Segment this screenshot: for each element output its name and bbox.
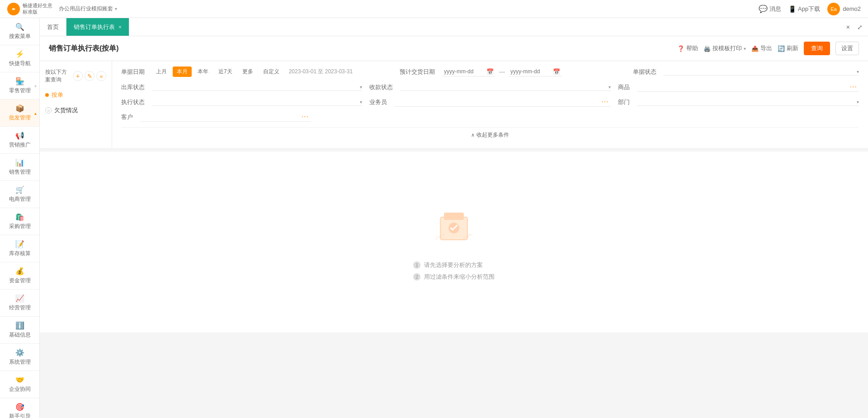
user-menu[interactable]: Ea demo2	[827, 3, 861, 15]
edit-icon: ✎	[87, 73, 92, 80]
filter-panel: 按以下方案查询 + ✎ «	[40, 61, 868, 148]
sidebar-label-ecommerce: 电商管理	[9, 195, 31, 203]
help-button[interactable]: ❓ 帮助	[677, 44, 698, 52]
salesperson-field: 业务员 ···	[369, 97, 610, 107]
empty-tips: 1 请先选择要分析的方案 2 用过滤条件来缩小分析范围	[413, 261, 495, 281]
tab-close-icon[interactable]: ×	[118, 24, 122, 30]
dropdown-arrow-icon: ▾	[115, 6, 117, 11]
tab-expand-button[interactable]: ⤢	[855, 22, 864, 33]
export-button[interactable]: 📤 导出	[751, 44, 772, 52]
tab-home[interactable]: 首页	[40, 18, 66, 36]
tab-sales-order[interactable]: 销售订单执行表 ×	[66, 18, 129, 36]
sidebar-item-ecommerce[interactable]: 🛒 电商管理	[0, 181, 39, 208]
salesperson-input[interactable]	[396, 99, 599, 105]
date-field-label: 单据日期	[121, 68, 145, 76]
header-right: 💬 消息 📱 App下载 Ea demo2	[759, 3, 861, 15]
corp-icon: 🤝	[15, 375, 24, 384]
goods-more-button[interactable]: ···	[850, 83, 857, 90]
sidebar-item-quicknav[interactable]: ⚡ 快捷导航	[0, 45, 39, 72]
refresh-button[interactable]: 🔄 刷新	[778, 44, 798, 52]
sidebar-label-inventory: 库存核算	[9, 250, 31, 257]
empty-illustration	[427, 204, 481, 250]
scheme-item-order[interactable]: 按单	[40, 87, 112, 103]
print-dropdown-icon: ▾	[744, 46, 746, 51]
date-btn-more[interactable]: 更多	[238, 66, 257, 77]
date-btn-custom[interactable]: 自定义	[259, 66, 283, 77]
sidebar-item-guide[interactable]: 🎯 新手引导	[0, 398, 39, 418]
basicinfo-icon: ℹ️	[15, 321, 24, 330]
calendar-start-icon[interactable]: 📅	[486, 68, 494, 75]
status-field-label: 单据状态	[633, 68, 656, 76]
sidebar-label-marketing: 营销推广	[9, 141, 31, 149]
sidebar-item-corp[interactable]: 🤝 企业协同	[0, 371, 39, 398]
date-end-input[interactable]	[510, 68, 551, 75]
sidebar-item-retail[interactable]: 🏪 零售管理 ▾	[0, 72, 39, 100]
date-btn-7days[interactable]: 近7天	[214, 66, 236, 77]
section-divider	[40, 148, 868, 152]
sidebar-label-guide: 新手引导	[9, 413, 31, 418]
sidebar-item-wholesale[interactable]: 📦 批发管理 ▴	[0, 100, 39, 127]
collapse-bar[interactable]: ∧ 收起更多条件	[121, 127, 859, 142]
sidebar-item-operations[interactable]: 📈 经营管理	[0, 290, 39, 317]
tab-bar: 首页 销售订单执行表 × × ⤢	[40, 18, 868, 36]
messages-button[interactable]: 💬 消息	[759, 5, 781, 13]
sidebar-item-search[interactable]: 🔍 搜索菜单	[0, 18, 39, 45]
inventory-icon: 📝	[15, 240, 24, 248]
search-menu-icon: 🔍	[15, 23, 24, 31]
print-button[interactable]: 🖨️ 按模板打印 ▾	[703, 44, 746, 52]
empty-tip-1: 1 请先选择要分析的方案	[413, 261, 495, 269]
sidebar-item-basicinfo[interactable]: ℹ️ 基础信息	[0, 317, 39, 344]
date-btn-thisyear[interactable]: 本年	[193, 66, 212, 77]
expected-date-label: 预计交货日期	[400, 68, 435, 76]
sidebar-item-sysmanage[interactable]: ⚙️ 系统管理	[0, 344, 39, 371]
sidebar-item-sales[interactable]: 📊 销售管理	[0, 154, 39, 181]
ship-status-select[interactable]: ▾	[152, 84, 362, 91]
collapse-sidebar-button[interactable]: «	[96, 71, 106, 81]
department-select[interactable]: ▾	[637, 99, 859, 106]
industry-selector[interactable]: 办公用品行业模拟账套 ▾	[56, 4, 120, 14]
calendar-end-icon[interactable]: 📅	[553, 68, 560, 75]
sidebar-label-wholesale: 批发管理	[9, 114, 31, 122]
filter-row-2: 出库状态 ▾ 收款状态 ▾	[121, 82, 859, 92]
goods-input[interactable]	[639, 84, 848, 90]
export-icon: 📤	[751, 45, 759, 52]
department-label: 部门	[618, 98, 630, 106]
purchase-icon: 🛍️	[15, 213, 24, 221]
exec-status-select[interactable]: ▾	[152, 99, 362, 106]
query-button[interactable]: 查询	[804, 42, 830, 55]
sidebar-item-finance[interactable]: 💰 资金管理	[0, 262, 39, 290]
date-start-input[interactable]	[444, 68, 485, 75]
date-btn-lastmonth[interactable]: 上月	[152, 66, 171, 77]
sidebar-item-inventory[interactable]: 📝 库存核算	[0, 235, 39, 262]
date-start-input-wrap: 📅	[442, 67, 495, 76]
logo-text: 畅捷通好生意 标准版	[23, 3, 52, 14]
add-scheme-button[interactable]: +	[73, 71, 83, 81]
salesperson-more-button[interactable]: ···	[601, 98, 609, 105]
app-download-button[interactable]: 📱 App下载	[788, 5, 820, 13]
filter-row-4: 客户 ···	[121, 112, 859, 122]
receive-status-select[interactable]: ▾	[400, 84, 610, 91]
customer-input[interactable]	[142, 114, 300, 120]
svg-rect-2	[444, 213, 464, 220]
tip-num-2: 2	[413, 273, 420, 280]
settings-button[interactable]: 设置	[835, 42, 859, 55]
top-header: 畅捷通好生意 标准版 办公用品行业模拟账套 ▾ 💬 消息 📱 App下载 Ea …	[0, 0, 868, 18]
tab-close-button[interactable]: ×	[844, 22, 852, 33]
scheme-item-shortage[interactable]: ○ 欠货情况	[40, 103, 112, 118]
page-header: 销售订单执行表(按单) ❓ 帮助 🖨️ 按模板打印 ▾ 📤 导出	[40, 36, 868, 61]
active-dot-icon	[45, 93, 49, 97]
retail-expand-icon: ▾	[34, 83, 37, 88]
customer-more-button[interactable]: ···	[302, 113, 309, 120]
sidebar-item-marketing[interactable]: 📢 营销推广	[0, 127, 39, 154]
edit-scheme-button[interactable]: ✎	[85, 71, 94, 81]
guide-icon: 🎯	[15, 403, 24, 411]
date-btn-thismonth[interactable]: 本月	[173, 66, 192, 77]
avatar: Ea	[827, 3, 840, 15]
filter-row-1: 单据日期 上月 本月 本年 近7天 更多 自定义 2023-03-01 至 20…	[121, 66, 859, 77]
sales-icon: 📊	[15, 158, 24, 167]
status-select[interactable]: ▾	[664, 68, 859, 76]
status-dropdown-icon: ▾	[857, 69, 859, 74]
collapse-icon: ∧	[471, 132, 475, 138]
sidebar-item-purchase[interactable]: 🛍️ 采购管理	[0, 208, 39, 235]
sidebar-label-sysmanage: 系统管理	[9, 358, 31, 366]
